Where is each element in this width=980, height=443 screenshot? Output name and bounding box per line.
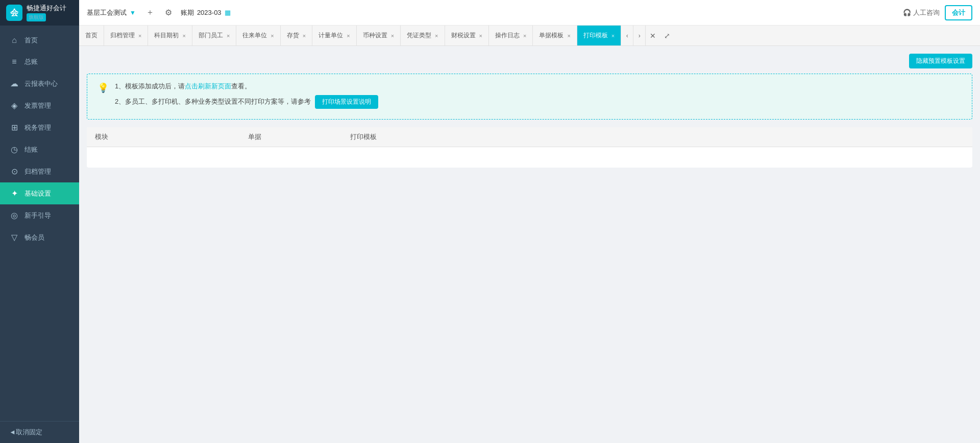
content-area: 隐藏预置模板设置 💡 1、模板添加成功后，请点击刷新新页面查看。 2、多员工、多…: [79, 46, 980, 443]
topbar-actions: ＋ ⚙: [143, 6, 176, 20]
sidebar-item-tax[interactable]: ⊞ 税务管理: [0, 116, 79, 138]
sidebar-item-archive[interactable]: ⊙ 归档管理: [0, 160, 79, 182]
tab-print-template[interactable]: 打印模板 ×: [577, 26, 621, 45]
tab-close-icon[interactable]: ×: [567, 33, 570, 39]
tab-bar: 首页 归档管理 × 科目期初 × 部门员工 × 往来单位 × 存货 × 计量单位…: [79, 26, 980, 46]
tab-unit[interactable]: 计量单位 ×: [312, 26, 356, 45]
tab-label: 部门员工: [199, 31, 223, 40]
unpin-label: ◄取消固定: [9, 428, 42, 437]
tax-icon: ⊞: [9, 123, 19, 132]
kuaiji-button[interactable]: 会计: [945, 5, 972, 20]
sidebar-item-ledger[interactable]: ≡ 总账: [0, 51, 79, 73]
info-line1-prefix: 1、模板添加成功后，请: [115, 82, 185, 90]
tab-home[interactable]: 首页: [79, 26, 104, 45]
tab-label: 操作日志: [495, 31, 520, 40]
tab-document-template[interactable]: 单据模板 ×: [533, 26, 577, 45]
sidebar-item-guide[interactable]: ◎ 新手引导: [0, 204, 79, 226]
tab-close-icon[interactable]: ×: [611, 33, 615, 39]
tab-close-icon[interactable]: ×: [271, 33, 274, 39]
home-icon: ⌂: [9, 36, 19, 45]
tab-close-icon[interactable]: ×: [303, 33, 306, 39]
hide-template-btn-row: 隐藏预置模板设置: [87, 54, 972, 68]
th-document: 单据: [240, 127, 342, 147]
tab-close-all-button[interactable]: ✕: [646, 26, 660, 45]
sidebar-item-label: 总账: [24, 57, 38, 66]
sidebar-item-label: 归档管理: [24, 167, 51, 176]
table-header: 模块 单据 打印模板: [87, 127, 972, 147]
tab-close-icon[interactable]: ×: [479, 33, 482, 39]
tab-label: 归档管理: [110, 31, 135, 40]
tab-subject-init[interactable]: 科目期初 ×: [148, 26, 192, 45]
logo-icon: 会: [6, 5, 22, 21]
period-label: 账期: [181, 8, 194, 17]
tab-voucher-type[interactable]: 凭证类型 ×: [401, 26, 445, 45]
tab-inventory[interactable]: 存货 ×: [281, 26, 312, 45]
tab-close-icon[interactable]: ×: [391, 33, 394, 39]
sidebar-item-label: 结账: [24, 145, 38, 154]
sidebar-item-invoice[interactable]: ◈ 发票管理: [0, 95, 79, 116]
period-value[interactable]: 2023-03: [197, 9, 222, 16]
tab-archive[interactable]: 归档管理 ×: [104, 26, 148, 45]
sidebar: 会 畅捷通好会计 旗舰版 ⌂ 首页 ≡ 总账 ☁ 云报表中心 ◈ 发票管理 ⊞ …: [0, 0, 79, 443]
tab-label: 首页: [85, 31, 97, 40]
cloud-icon: ☁: [9, 79, 19, 88]
hide-template-button[interactable]: 隐藏预置模板设置: [909, 54, 972, 68]
tab-label: 财税设置: [451, 31, 476, 40]
company-selector[interactable]: 基层工会测试 ▼: [87, 8, 136, 17]
main-area: 基层工会测试 ▼ ＋ ⚙ 账期 2023-03 ▦ 🎧 人工咨询 会计 首页 归…: [79, 0, 980, 443]
tab-close-icon[interactable]: ×: [182, 33, 185, 39]
logo-text: 畅捷通好会计: [27, 4, 66, 13]
sidebar-unpin[interactable]: ◄取消固定: [0, 421, 79, 443]
print-scene-button[interactable]: 打印场景设置说明: [315, 95, 378, 109]
tab-close-icon[interactable]: ×: [435, 33, 438, 39]
close-account-icon: ◷: [9, 145, 19, 154]
add-tab-button[interactable]: ＋: [143, 6, 157, 20]
info-box-content: 💡 1、模板添加成功后，请点击刷新新页面查看。 2、多员工、多打印机、多种业务类…: [97, 81, 962, 112]
sidebar-item-label: 发票管理: [24, 101, 51, 110]
tab-department[interactable]: 部门员工 ×: [192, 26, 236, 45]
sidebar-item-label: 云报表中心: [24, 79, 58, 88]
service-label: 人工咨询: [913, 8, 940, 17]
sidebar-item-close-account[interactable]: ◷ 结账: [0, 138, 79, 160]
topbar: 基层工会测试 ▼ ＋ ⚙ 账期 2023-03 ▦ 🎧 人工咨询 会计: [79, 0, 980, 26]
service-button[interactable]: 🎧 人工咨询: [903, 8, 940, 17]
tab-tax-settings[interactable]: 财税设置 ×: [445, 26, 489, 45]
tab-label: 凭证类型: [407, 31, 431, 40]
sidebar-item-home[interactable]: ⌂ 首页: [0, 30, 79, 51]
tab-close-icon[interactable]: ×: [138, 33, 141, 39]
tab-next-button[interactable]: ›: [633, 26, 646, 45]
lightbulb-icon: 💡: [97, 82, 109, 94]
info-line-2: 2、多员工、多打印机、多种业务类型设置不同打印方案等，请参考 打印场景设置说明: [115, 95, 962, 109]
tab-prev-button[interactable]: ‹: [621, 26, 633, 45]
table-body: [87, 147, 972, 168]
tab-label: 存货: [287, 31, 299, 40]
tab-currency[interactable]: 币种设置 ×: [357, 26, 401, 45]
tab-close-icon[interactable]: ×: [227, 33, 230, 39]
tab-close-icon[interactable]: ×: [523, 33, 526, 39]
sidebar-item-member[interactable]: ▽ 畅会员: [0, 226, 79, 248]
tab-expand-button[interactable]: ⤢: [660, 26, 674, 45]
guide-icon: ◎: [9, 211, 19, 220]
settings-icon: ✦: [9, 189, 19, 198]
archive-icon: ⊙: [9, 167, 19, 176]
invoice-icon: ◈: [9, 101, 19, 110]
tab-label: 科目期初: [154, 31, 179, 40]
period-info: 账期 2023-03 ▦: [181, 8, 231, 17]
th-module: 模块: [87, 127, 240, 147]
sidebar-item-cloud-report[interactable]: ☁ 云报表中心: [0, 73, 79, 95]
tab-label: 币种设置: [363, 31, 387, 40]
topbar-right: 🎧 人工咨询 会计: [903, 5, 972, 20]
refresh-link[interactable]: 点击刷新新页面: [185, 82, 231, 90]
sidebar-item-basic-settings[interactable]: ✦ 基础设置: [0, 182, 79, 204]
sidebar-item-label: 首页: [24, 36, 38, 45]
tab-label: 往来单位: [242, 31, 267, 40]
tab-label: 打印模板: [583, 31, 608, 40]
logo-area: 会 畅捷通好会计 旗舰版: [0, 0, 79, 26]
tab-operation-log[interactable]: 操作日志 ×: [489, 26, 533, 45]
calendar-icon[interactable]: ▦: [225, 9, 231, 16]
dropdown-arrow-icon: ▼: [130, 9, 136, 16]
info-text: 1、模板添加成功后，请点击刷新新页面查看。 2、多员工、多打印机、多种业务类型设…: [115, 81, 962, 112]
settings-gear-button[interactable]: ⚙: [161, 6, 176, 20]
tab-close-icon[interactable]: ×: [347, 33, 350, 39]
tab-partner[interactable]: 往来单位 ×: [236, 26, 280, 45]
